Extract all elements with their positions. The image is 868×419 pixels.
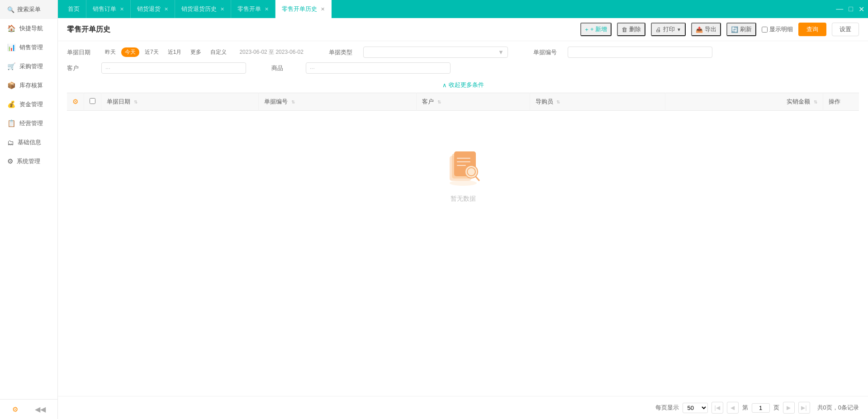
tab-retail-open-history[interactable]: 零售开单历史✕ xyxy=(275,0,332,18)
tab-sales-order[interactable]: 销售订单✕ xyxy=(86,0,131,18)
svg-point-0 xyxy=(450,180,477,186)
sidebar-item-system[interactable]: ⚙系统管理 xyxy=(0,152,57,171)
search-icon: 🔍 xyxy=(7,6,14,13)
table-body: 暂无数据 xyxy=(67,111,859,240)
customer-select[interactable]: ··· xyxy=(101,62,246,74)
th-customer[interactable]: 客户 ⇅ xyxy=(416,93,530,111)
sidebar-icon-basic: 🗂 xyxy=(7,139,14,146)
total-info: 共0页，0条记录 xyxy=(817,404,859,412)
th-settings[interactable]: ⚙ xyxy=(67,93,84,111)
date-btn-today[interactable]: 今天 xyxy=(121,47,139,57)
sidebar-item-finance[interactable]: 💰资金管理 xyxy=(0,95,57,114)
customer-value: ··· xyxy=(105,65,110,71)
sidebar-label-finance: 资金管理 xyxy=(19,100,43,108)
page-label-after: 页 xyxy=(773,404,779,412)
product-value: ··· xyxy=(310,65,315,71)
sidebar-label-quick-nav: 快捷导航 xyxy=(19,24,43,33)
export-button[interactable]: 📤 导出 xyxy=(691,23,721,36)
tab-close-sales-order[interactable]: ✕ xyxy=(120,6,124,12)
order-type-select[interactable]: ▼ xyxy=(363,47,508,58)
minimize-button[interactable]: — xyxy=(836,5,843,13)
th-guide[interactable]: 导购员 ⇅ xyxy=(530,93,665,111)
sidebar-item-sales[interactable]: 📊销售管理 xyxy=(0,38,57,57)
date-filter-label: 单据日期 xyxy=(67,48,94,56)
next-page-button[interactable]: ▶ xyxy=(783,402,795,414)
sidebar-item-inventory[interactable]: 📦库存核算 xyxy=(0,76,57,95)
page-content: 零售开单历史 + + 新增 🗑 删除 🖨 打印 ▼ 📤 导出 xyxy=(58,18,868,419)
date-range-display: 2023-06-02 至 2023-06-02 xyxy=(239,48,303,56)
table-header-row: ⚙ 单据日期 ⇅ 单据编号 ⇅ xyxy=(67,93,859,111)
select-all-checkbox[interactable] xyxy=(90,98,95,104)
page-label-before: 第 xyxy=(742,404,748,412)
tab-retail-open[interactable]: 零售开单✕ xyxy=(231,0,275,18)
sidebar-item-purchase[interactable]: 🛒采购管理 xyxy=(0,57,57,76)
product-select[interactable]: ··· xyxy=(306,62,451,74)
prev-page-button[interactable]: ◀ xyxy=(727,402,739,414)
maximize-button[interactable]: □ xyxy=(849,5,853,13)
tab-sales-return[interactable]: 销货退货✕ xyxy=(131,0,175,18)
add-icon: + xyxy=(585,26,588,33)
sidebar-icon-purchase: 🛒 xyxy=(7,62,16,71)
tab-home[interactable]: 首页 xyxy=(62,0,86,18)
page-title: 零售开单历史 xyxy=(67,25,110,34)
tab-close-retail-open[interactable]: ✕ xyxy=(265,6,269,12)
collapse-filter-bar[interactable]: ∧ 收起更多条件 xyxy=(67,78,859,93)
print-icon: 🖨 xyxy=(655,26,661,33)
collapse-sidebar-icon[interactable]: ◀◀ xyxy=(35,405,46,414)
date-btn-custom[interactable]: 自定义 xyxy=(207,47,230,57)
print-dropdown-icon: ▼ xyxy=(677,27,681,32)
sidebar-search[interactable]: 🔍 搜索采单 xyxy=(0,0,57,19)
pagination: 每页显示 50 20 100 |◀ ◀ 第 页 ▶ ▶| 共0页，0条记录 xyxy=(58,396,868,419)
last-page-button[interactable]: ▶| xyxy=(798,402,810,414)
th-date-label: 单据日期 xyxy=(107,98,130,105)
show-detail-checkbox-label[interactable]: 显示明细 xyxy=(762,25,793,33)
table-settings-icon[interactable]: ⚙ xyxy=(72,98,78,105)
settings-icon[interactable]: ⚙ xyxy=(12,405,18,414)
query-button[interactable]: 查询 xyxy=(798,23,826,36)
add-button[interactable]: + + 新增 xyxy=(580,23,612,36)
show-detail-checkbox[interactable] xyxy=(762,27,768,33)
svg-line-9 xyxy=(476,177,479,180)
delete-button[interactable]: 🗑 删除 xyxy=(617,23,645,36)
th-amount[interactable]: 实销金额 ⇅ xyxy=(665,93,823,111)
page-size-select[interactable]: 50 20 100 xyxy=(683,403,708,413)
empty-text: 暂无数据 xyxy=(451,195,476,203)
sidebar-label-purchase: 采购管理 xyxy=(19,62,43,71)
tab-sales-return-history[interactable]: 销货退货历史✕ xyxy=(175,0,231,18)
sidebar-nav: 🏠快捷导航📊销售管理🛒采购管理📦库存核算💰资金管理📋经营管理🗂基础信息⚙系统管理 xyxy=(0,19,57,399)
sidebar-item-basic[interactable]: 🗂基础信息 xyxy=(0,133,57,152)
date-btn-last7[interactable]: 近7天 xyxy=(141,47,162,57)
filter-row-1: 单据日期 昨天今天近7天近1月更多自定义 2023-06-02 至 2023-0… xyxy=(67,47,859,58)
print-button[interactable]: 🖨 打印 ▼ xyxy=(651,23,686,36)
th-action-label: 操作 xyxy=(829,98,840,105)
tab-close-sales-return[interactable]: ✕ xyxy=(164,6,168,12)
th-amount-label: 实销金额 xyxy=(787,98,810,105)
refresh-button[interactable]: 🔄 刷新 xyxy=(726,23,756,36)
date-btn-last_month[interactable]: 近1月 xyxy=(164,47,185,57)
filter-area: 单据日期 昨天今天近7天近1月更多自定义 2023-06-02 至 2023-0… xyxy=(58,41,868,93)
th-customer-label: 客户 xyxy=(422,98,434,105)
sidebar-label-inventory: 库存核算 xyxy=(19,81,43,89)
tab-close-sales-return-history[interactable]: ✕ xyxy=(220,6,224,12)
order-number-input[interactable] xyxy=(568,47,712,58)
tab-close-retail-open-history[interactable]: ✕ xyxy=(321,6,325,12)
sidebar-icon-operations: 📋 xyxy=(7,119,16,127)
main-area: 首页销售订单✕销货退货✕销货退货历史✕零售开单✕零售开单历史✕ — □ ✕ 零售… xyxy=(58,0,868,419)
page-number-input[interactable] xyxy=(752,403,770,413)
th-number[interactable]: 单据编号 ⇅ xyxy=(259,93,416,111)
th-amount-sort-icon: ⇅ xyxy=(814,99,817,104)
product-filter-label: 商品 xyxy=(271,64,299,72)
th-number-label: 单据编号 xyxy=(264,98,288,105)
close-button[interactable]: ✕ xyxy=(859,5,864,14)
sidebar-item-quick-nav[interactable]: 🏠快捷导航 xyxy=(0,19,57,38)
collapse-icon: ∧ xyxy=(442,82,447,89)
th-guide-label: 导购员 xyxy=(536,98,553,105)
date-btn-more[interactable]: 更多 xyxy=(187,47,205,57)
settings-button[interactable]: 设置 xyxy=(832,23,859,36)
first-page-button[interactable]: |◀ xyxy=(711,402,723,414)
tab-label-sales-return-history: 销货退货历史 xyxy=(181,5,217,13)
filter-row-2: 客户 ··· 商品 ··· xyxy=(67,62,859,74)
date-btn-yesterday[interactable]: 昨天 xyxy=(101,47,119,57)
sidebar-item-operations[interactable]: 📋经营管理 xyxy=(0,114,57,133)
th-date[interactable]: 单据日期 ⇅ xyxy=(101,93,259,111)
